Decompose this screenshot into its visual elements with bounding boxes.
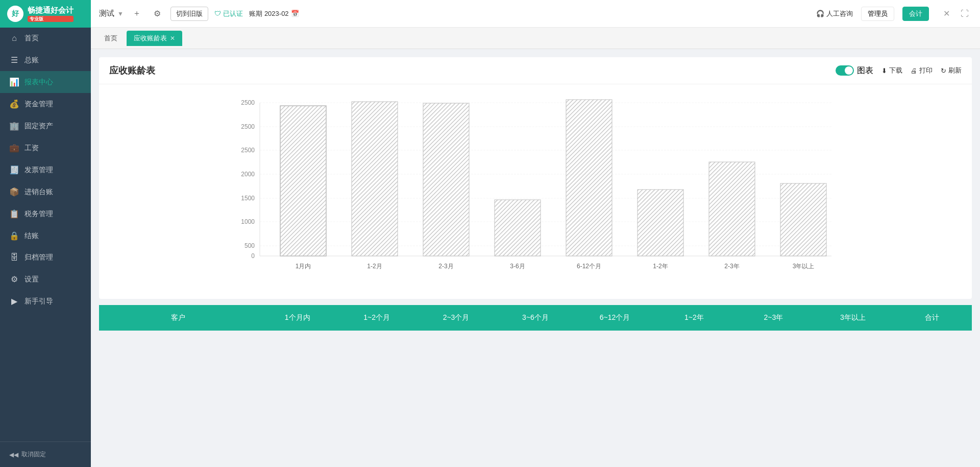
verified-label: 已认证 [223,9,243,18]
period-label: 账期 [249,9,262,18]
sidebar-label-archive: 归档管理 [24,253,53,262]
sidebar-item-reports[interactable]: 📊 报表中心 [0,71,91,93]
report-card: 应收账龄表 图表 ⬇ 下载 🖨 打印 [99,57,972,299]
svg-text:2500: 2500 [241,123,255,130]
report-title: 应收账龄表 [109,64,155,77]
funds-icon: 💰 [9,99,19,109]
sidebar-item-tax[interactable]: 📋 税务管理 [0,203,91,225]
tax-icon: 📋 [9,209,19,219]
settings-gear-button[interactable]: ⚙ [150,7,164,21]
col-3-6month: 3~6个月 [496,305,575,331]
sidebar-item-assets[interactable]: 🏢 固定资产 [0,115,91,137]
guide-icon: ▶ [9,296,19,306]
main-area: 测试 ▼ ＋ ⚙ 切到旧版 🛡 已认证 账期 2023-02 📅 🎧 人工咨询 … [91,0,980,467]
sidebar-item-ledger[interactable]: ☰ 总账 [0,49,91,71]
tab-home-label: 首页 [104,34,117,43]
tab-home[interactable]: 首页 [97,31,125,46]
service-label: 人工咨询 [826,9,853,18]
calendar-icon: 📅 [291,10,299,17]
archive-icon: 🗄 [9,253,19,262]
company-label: 测试 [99,9,114,18]
sidebar-label-ledger: 总账 [24,56,39,65]
toggle-thumb [845,66,853,75]
sidebar-label-purchase: 进销台账 [24,188,53,197]
svg-text:1000: 1000 [241,218,255,225]
svg-text:0: 0 [251,252,255,260]
svg-text:2000: 2000 [241,171,255,178]
sidebar-item-invoices[interactable]: 🧾 发票管理 [0,159,91,181]
tab-aging-label: 应收账龄表 [134,34,167,43]
tabbar: 首页 应收账龄表 ✕ [91,28,980,49]
service-button[interactable]: 🎧 人工咨询 [816,9,853,18]
tab-close-icon[interactable]: ✕ [170,35,175,42]
sidebar-item-guide[interactable]: ▶ 新手引导 [0,290,91,312]
col-total: 合计 [893,305,972,331]
verified-badge: 🛡 已认证 [214,9,243,18]
toggle-label: 图表 [857,65,873,76]
window-controls: ✕ ⛶ [939,7,972,21]
sidebar-label-funds: 资金管理 [24,100,53,109]
svg-text:2-3年: 2-3年 [724,263,739,270]
svg-text:2500: 2500 [241,99,255,106]
report-actions: 图表 ⬇ 下载 🖨 打印 ↻ 刷新 [836,65,962,76]
refresh-button[interactable]: ↻ 刷新 [941,66,962,75]
payroll-icon: 💼 [9,143,19,153]
cancel-fixed-button[interactable]: ◀◀ 取消固定 [7,447,84,462]
sidebar-item-purchase[interactable]: 📦 进销台账 [0,181,91,203]
sidebar-nav: ⌂ 首页 ☰ 总账 📊 报表中心 💰 资金管理 🏢 固定资产 💼 工资 🧾 发票… [0,28,91,441]
svg-rect-20 [495,200,541,256]
col-2-3year: 2~3年 [734,305,813,331]
logo-icon: 好 [7,6,23,22]
svg-rect-22 [638,190,683,256]
sidebar: 好 畅捷通好会计 专业版 ⌂ 首页 ☰ 总账 📊 报表中心 💰 资金管理 🏢 固… [0,0,91,467]
chart-container: 2500 2500 2500 2000 1500 1000 500 0 [99,84,972,299]
svg-rect-21 [566,100,612,256]
svg-text:500: 500 [244,242,255,249]
sidebar-item-archive[interactable]: 🗄 归档管理 [0,247,91,268]
print-icon: 🖨 [911,67,917,75]
col-6-12month: 6~12个月 [575,305,654,331]
download-button[interactable]: ⬇ 下载 [881,66,902,75]
switch-version-button[interactable]: 切到旧版 [170,7,208,21]
sidebar-item-settings[interactable]: ⚙ 设置 [0,268,91,290]
download-label: 下载 [889,66,902,75]
print-button[interactable]: 🖨 打印 [911,66,933,75]
headset-icon: 🎧 [816,10,824,17]
company-name: 测试 ▼ [99,9,124,18]
svg-text:1500: 1500 [241,195,255,202]
ledger-icon: ☰ [9,55,19,65]
sidebar-label-tax: 税务管理 [24,209,53,219]
company-dropdown-arrow: ▼ [117,10,124,17]
close-window-button[interactable]: ✕ [939,7,953,21]
add-button[interactable]: ＋ [130,7,144,21]
svg-text:1-2月: 1-2月 [367,263,382,270]
logo-text: 畅捷通好会计 专业版 [28,6,74,22]
svg-text:1月内: 1月内 [296,263,311,270]
sidebar-label-payroll: 工资 [24,144,39,153]
svg-text:3年以上: 3年以上 [793,263,815,270]
svg-text:6-12个月: 6-12个月 [577,263,601,270]
sidebar-label-settings: 设置 [24,275,39,284]
refresh-icon: ↻ [941,67,946,75]
sidebar-label-invoices: 发票管理 [24,166,53,175]
sidebar-item-payroll[interactable]: 💼 工资 [0,137,91,159]
sidebar-item-funds[interactable]: 💰 资金管理 [0,93,91,115]
invoices-icon: 🧾 [9,165,19,175]
bar-chart: 2500 2500 2500 2000 1500 1000 500 0 [109,92,962,287]
svg-text:3-6月: 3-6月 [510,263,525,270]
user-button[interactable]: 管理员 [861,7,894,21]
svg-text:2-3月: 2-3月 [438,263,453,270]
chart-toggle[interactable]: 图表 [836,65,873,76]
tab-aging[interactable]: 应收账龄表 ✕ [127,31,182,46]
closing-icon: 🔒 [9,231,19,241]
purchase-icon: 📦 [9,187,19,197]
svg-text:2500: 2500 [241,147,255,154]
sidebar-item-home[interactable]: ⌂ 首页 [0,28,91,49]
svg-rect-17 [280,106,326,256]
role-button[interactable]: 会计 [902,7,929,21]
expand-window-button[interactable]: ⛶ [958,7,972,21]
period-value: 2023-02 [264,10,289,17]
app-logo: 好 畅捷通好会计 专业版 [0,0,91,28]
sidebar-item-closing[interactable]: 🔒 结账 [0,225,91,247]
svg-rect-23 [709,162,755,256]
